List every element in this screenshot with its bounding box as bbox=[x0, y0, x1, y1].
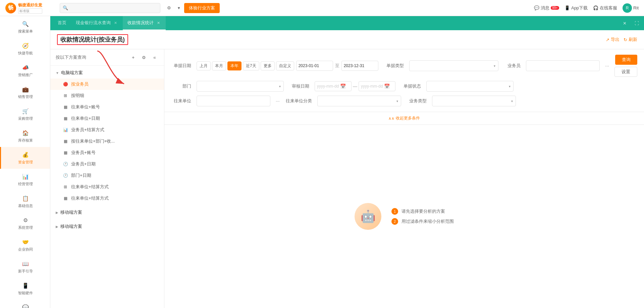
collapse-panel-icon[interactable]: « bbox=[151, 53, 159, 61]
date-btn-7days[interactable]: 近7天 bbox=[243, 61, 259, 70]
tree-group-header-0[interactable]: ▼ 电脑端方案 bbox=[50, 67, 164, 79]
export-icon: ↗ bbox=[606, 37, 609, 42]
top-actions-area: 💬 消息 99+ 📱 App下载 🎧 在线客服 R Rit bbox=[534, 3, 639, 13]
tree-item-0-1[interactable]: ⊞ 按明细 bbox=[50, 90, 164, 101]
tree-item-0-5[interactable]: ▦ 按往来单位+部门+收... bbox=[50, 136, 164, 147]
empty-steps: 1 请先选择要分析的方案 2 用过滤条件来缩小分析范围 bbox=[391, 208, 454, 225]
sidebar-icon-3: 💼 bbox=[22, 86, 29, 93]
date-btn-custom[interactable]: 自定义 bbox=[276, 61, 294, 70]
date-btn-this-month[interactable]: 本月 bbox=[212, 61, 226, 70]
refresh-label: 刷新 bbox=[629, 37, 637, 43]
collapse-label: 收起更多条件 bbox=[396, 115, 420, 121]
tree-group-header-mobile[interactable]: ▶移动端方案 bbox=[50, 221, 164, 232]
tree-item-0-10[interactable]: ▦ 往来单位+结算方式 bbox=[50, 193, 164, 204]
content-area: 首页现金银行流水查询✕收款情况统计✕ ✕ ⛶ 收款情况统计(按业务员) ↗ 导出… bbox=[50, 16, 644, 308]
business-type-select[interactable]: ▾ bbox=[432, 96, 516, 106]
dropdown-arrow-icon[interactable]: ▾ bbox=[178, 5, 180, 10]
salesperson-label: 业务员 bbox=[504, 63, 521, 69]
refresh-button[interactable]: ↻ 刷新 bbox=[624, 37, 637, 43]
left-panel-icons: + ⚙ « bbox=[129, 53, 159, 61]
dept-dropdown-arrow: ▾ bbox=[279, 85, 281, 88]
doc-type-select[interactable]: ▾ bbox=[409, 60, 499, 71]
top-bar: 畅 畅捷通好生意 标准版 🔍 ⚙ ▾ 体验行业方案 💬 消息 99+ 📱 App… bbox=[0, 0, 644, 16]
dept-select[interactable]: ▾ bbox=[197, 81, 284, 92]
tree-item-0-8[interactable]: 🕐 部门+日期 bbox=[50, 170, 164, 181]
sidebar-item-快捷导航[interactable]: 🧭 快捷导航 bbox=[0, 38, 50, 60]
tree-item-0-3[interactable]: ▦ 往来单位+日期 bbox=[50, 113, 164, 124]
tab-label-0: 首页 bbox=[58, 20, 66, 26]
tree-item-0-6[interactable]: ▦ 业务员+账号 bbox=[50, 147, 164, 158]
tree-group-header-1[interactable]: ▶ 移动端方案 bbox=[50, 207, 164, 218]
sidebar-item-采购管理[interactable]: 🛒 采购管理 bbox=[0, 103, 50, 125]
settings-scheme-icon[interactable]: ⚙ bbox=[140, 53, 148, 61]
tab-2[interactable]: 收款情况统计✕ bbox=[123, 16, 166, 30]
message-icon: 💬 bbox=[534, 5, 539, 10]
sidebar-item-基础信息[interactable]: 📋 基础信息 bbox=[0, 191, 50, 212]
query-button[interactable]: 查询 bbox=[615, 55, 637, 65]
message-action[interactable]: 💬 消息 99+ bbox=[534, 5, 559, 11]
counterpart-category-label: 往来单位分类 bbox=[285, 98, 312, 104]
sidebar-item-系统管理[interactable]: ⚙ 系统管理 bbox=[0, 212, 50, 234]
sidebar-item-经营管理[interactable]: 📊 经营管理 bbox=[0, 169, 50, 191]
online-service-action[interactable]: 🎧 在线客服 bbox=[593, 5, 617, 11]
audit-to-cal-icon[interactable]: 📅 bbox=[384, 84, 390, 89]
tree-item-icon-0-9: ⊞ bbox=[62, 184, 68, 190]
counterpart-more-dots[interactable]: ··· bbox=[276, 98, 280, 104]
right-panel: 单据日期 上月 本月 本年 近7天 更多 自定义 2023- bbox=[164, 49, 644, 308]
date-btn-more[interactable]: 更多 bbox=[261, 61, 275, 70]
top-search-box[interactable]: 🔍 bbox=[60, 3, 160, 13]
audit-date-from[interactable]: yyyy-mm-dd 📅 bbox=[315, 81, 352, 91]
date-btn-this-year[interactable]: 本年 bbox=[227, 61, 241, 70]
app-download-action[interactable]: 📱 App下载 bbox=[565, 5, 588, 11]
doc-type-label: 单据类型 bbox=[384, 63, 404, 69]
collapse-bar[interactable]: ∧∧ 收起更多条件 bbox=[164, 112, 644, 125]
sidebar-item-新手引导[interactable]: 📖 新手引导 bbox=[0, 256, 50, 278]
tab-0[interactable]: 首页 bbox=[53, 16, 71, 30]
date-quick-buttons: 上月 本月 本年 近7天 更多 自定义 bbox=[197, 61, 294, 70]
tree-item-0-9[interactable]: ⊞ 往来单位+结算方式 bbox=[50, 181, 164, 193]
tree-item-0-0[interactable]: 🔴 按业务员 bbox=[50, 79, 164, 90]
search-input[interactable] bbox=[69, 6, 157, 10]
sidebar-item-销售管理[interactable]: 💼 销售管理 bbox=[0, 82, 50, 103]
tab-1[interactable]: 现金银行流水查询✕ bbox=[71, 16, 123, 30]
sidebar-item-营销推广[interactable]: 📣 营销推广 bbox=[0, 60, 50, 82]
date-from-input[interactable]: 2023-01-01 bbox=[296, 61, 333, 71]
export-button[interactable]: ↗ 导出 bbox=[606, 37, 620, 43]
tree-item-0-2[interactable]: ▦ 往来单位+账号 bbox=[50, 101, 164, 113]
trial-button[interactable]: 体验行业方案 bbox=[184, 3, 220, 13]
tab-close-all-icon[interactable]: ✕ bbox=[620, 18, 629, 28]
brand-name: 畅捷通好生意 bbox=[18, 2, 42, 8]
counterpart-category-select[interactable]: ▾ bbox=[317, 96, 401, 106]
tree-group-0: ▼ 电脑端方案 🔴 按业务员 ⊞ 按明细 ▦ 往来单位+账号 ▦ 往来单位+日期… bbox=[50, 66, 164, 205]
user-avatar[interactable]: R Rit bbox=[623, 3, 639, 13]
audit-from-cal-icon[interactable]: 📅 bbox=[340, 84, 346, 89]
tree-item-0-4[interactable]: 📊 业务员+结算方式 bbox=[50, 124, 164, 136]
sidebar-item-库存核算[interactable]: 🏠 库存核算 bbox=[0, 125, 50, 147]
sidebar-item-企业微信[interactable]: 💬 企业微信 bbox=[0, 300, 50, 308]
salesperson-select[interactable] bbox=[526, 60, 600, 71]
date-btn-last-month[interactable]: 上月 bbox=[197, 61, 211, 70]
counterpart-select[interactable] bbox=[197, 96, 270, 106]
settings-button[interactable]: 设置 bbox=[614, 67, 637, 77]
mobile-label: 移动端方案 bbox=[60, 223, 82, 229]
date-filter-group: 上月 本月 本年 近7天 更多 自定义 2023-01-01 至 bbox=[197, 61, 378, 71]
sidebar-item-企业协同[interactable]: 🤝 企业协同 bbox=[0, 234, 50, 256]
sidebar-item-智能硬件[interactable]: 📱 智能硬件 bbox=[0, 278, 50, 300]
tree-item-label-0-0: 按业务员 bbox=[71, 81, 89, 87]
audit-date-to[interactable]: yyyy-mm-dd 📅 bbox=[359, 81, 395, 91]
date-to-input[interactable]: 2023-12-31 bbox=[341, 61, 378, 71]
tab-maximize-icon[interactable]: ⛶ bbox=[632, 18, 641, 28]
robot-icon: 🤖 bbox=[355, 203, 381, 230]
salesperson-more-dots[interactable]: ··· bbox=[605, 63, 609, 68]
tab-close-2[interactable]: ✕ bbox=[156, 20, 161, 25]
date-from-value: 2023-01-01 bbox=[299, 63, 319, 68]
avatar: R bbox=[623, 3, 632, 13]
sidebar-item-资金管理[interactable]: 💰 资金管理 bbox=[0, 147, 50, 169]
tab-close-1[interactable]: ✕ bbox=[113, 20, 118, 25]
doc-status-select[interactable]: ▾ bbox=[426, 81, 514, 92]
tree-item-0-7[interactable]: 🕐 业务员+日期 bbox=[50, 158, 164, 170]
add-scheme-icon[interactable]: + bbox=[129, 53, 137, 61]
sidebar-item-搜索菜单[interactable]: 🔍 搜索菜单 bbox=[0, 16, 50, 38]
tree-item-icon-0-2: ▦ bbox=[62, 104, 68, 110]
settings-gear-icon[interactable]: ⚙ bbox=[164, 3, 174, 13]
